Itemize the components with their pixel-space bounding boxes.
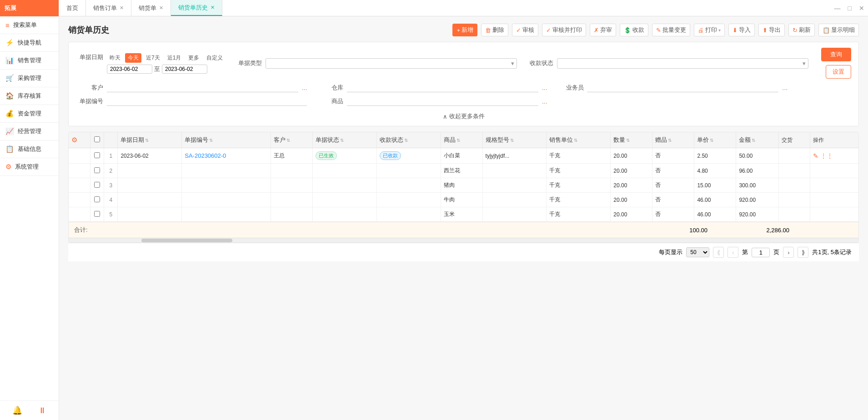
product-select-icon[interactable]: ... [542,98,547,105]
col-amount-header[interactable]: 金额 [736,132,778,148]
column-settings-icon[interactable]: ⚙ [71,136,77,144]
delete-button[interactable]: 🗑 删除 [481,24,508,36]
date-tab-1month[interactable]: 近1月 [165,53,184,63]
abandon-button[interactable]: ✗ 弃审 [590,24,616,36]
tab-sales-history[interactable]: 销货单历史 ✕ [171,0,222,16]
sidebar-item-inventory[interactable]: 🏠 库存核算 [0,87,59,105]
sidebar-item-operations[interactable]: 📈 经营管理 [0,123,59,140]
col-doc-date-header[interactable]: 单据日期 [118,132,182,148]
salesperson-input[interactable] [587,83,779,92]
unit-price-sort[interactable]: 单价 [697,136,733,144]
date-tab-7days[interactable]: 近7天 [143,53,163,63]
more-action-btn[interactable]: ⋮⋮ [820,152,833,160]
window-minimize-btn[interactable]: — [831,5,844,12]
row-checkbox[interactable] [94,167,100,173]
show-detail-button[interactable]: 📋 显示明细 [818,24,859,36]
batch-change-button[interactable]: ✎ 批量变更 [652,24,690,36]
col-product-header[interactable]: 商品 [441,132,482,148]
tab-sales-order-close[interactable]: ✕ [120,5,124,11]
col-spec-header[interactable]: 规格型号 [482,132,547,148]
collect-button[interactable]: 💲 收款 [620,24,648,36]
tab-sales-delivery-close[interactable]: ✕ [159,5,163,11]
page-number-input[interactable] [752,248,770,257]
sidebar-item-finance[interactable]: 💰 资金管理 [0,105,59,123]
sidebar-item-purchase-mgmt[interactable]: 🛒 采购管理 [0,70,59,87]
payment-status-select[interactable] [557,58,808,69]
notification-icon[interactable]: 🔔 [12,405,22,415]
col-customer-header[interactable]: 客户 [271,132,312,148]
date-tab-yesterday[interactable]: 昨天 [107,53,123,63]
query-button[interactable]: 查询 [821,48,851,61]
date-from-input[interactable] [107,65,152,74]
sidebar-item-search-menu[interactable]: ≡ 搜索菜单 [0,16,59,34]
col-gift-header[interactable]: 赠品 [652,132,694,148]
product-input[interactable] [347,97,538,106]
select-all-checkbox[interactable] [94,136,100,142]
col-sales-unit-header[interactable]: 销售单位 [547,132,611,148]
sidebar-item-sales-mgmt[interactable]: 📊 销售管理 [0,52,59,70]
doc-status-sort[interactable]: 单据状态 [316,136,374,144]
row-checkbox[interactable] [94,152,100,158]
new-button[interactable]: + 新增 [452,24,477,36]
page-last-btn[interactable]: ⟫ [798,247,808,258]
pagination: 每页显示 50 100 ⟪ ‹ 第 页 › ⟫ 共1页, 5条记录 [68,243,859,261]
per-page-select[interactable]: 50 100 [686,247,709,257]
gift-sort[interactable]: 赠品 [655,136,691,144]
refresh-button[interactable]: ↻ 刷新 [788,24,815,36]
doc-no-link[interactable]: SA-20230602-0 [185,152,226,159]
doc-type-select[interactable] [266,58,517,69]
col-payment-status-header[interactable]: 收款状态 [376,132,441,148]
page-prev-btn[interactable]: ‹ [728,247,738,258]
tab-sales-order[interactable]: 销售订单 ✕ [86,0,131,16]
warehouse-select-icon[interactable]: ... [542,84,547,91]
row-checkbox[interactable] [94,211,100,217]
row-checkbox[interactable] [94,182,100,188]
product-sort[interactable]: 商品 [444,136,480,144]
col-doc-status-header[interactable]: 单据状态 [312,132,376,148]
sidebar-item-basic-info[interactable]: 📋 基础信息 [0,140,59,158]
doc-no-sort[interactable]: 单据编号 [185,136,268,144]
edit-action-btn[interactable]: ✎ [813,152,818,160]
customer-sort[interactable]: 客户 [274,136,310,144]
customer-input[interactable] [107,83,298,92]
date-tab-today[interactable]: 今天 [125,53,141,63]
tab-sales-delivery[interactable]: 销货单 ✕ [131,0,171,16]
sales-unit-sort[interactable]: 销售单位 [549,136,607,144]
doc-date-sort[interactable]: 单据日期 [120,136,179,144]
pause-icon[interactable]: ⏸ [38,406,46,415]
page-content: 销货单历史 + 新增 🗑 删除 ✓ 审核 ✓ 审核并打印 [59,16,868,420]
sidebar-item-system-mgmt[interactable]: ⚙ 系统管理 [0,158,59,176]
amount-sort[interactable]: 金额 [739,136,775,144]
collapse-button[interactable]: ∧ 收起更多条件 [76,110,851,120]
col-unit-price-header[interactable]: 单价 [694,132,736,148]
col-qty-header[interactable]: 数量 [611,132,652,148]
qty-sort[interactable]: 数量 [613,136,649,144]
col-doc-no-header[interactable]: 单据编号 [182,132,271,148]
salesperson-select-icon[interactable]: ... [782,84,788,91]
horizontal-scrollbar[interactable] [69,238,858,242]
window-maximize-btn[interactable]: □ [844,5,855,12]
page-next-btn[interactable]: › [783,247,794,258]
page-first-btn[interactable]: ⟪ [713,247,724,258]
sidebar-item-quick-nav[interactable]: ⚡ 快捷导航 [0,34,59,52]
spec-sort[interactable]: 规格型号 [486,136,544,144]
date-tab-custom[interactable]: 自定义 [204,53,226,63]
col-settings-header[interactable]: ⚙ [69,132,90,148]
audit-button[interactable]: ✓ 审核 [512,24,538,36]
customer-select-icon[interactable]: ... [302,84,307,91]
warehouse-input[interactable] [347,83,538,92]
export-button[interactable]: ⬆ 导出 [758,24,785,36]
print-button[interactable]: 🖨 打印 ▾ [694,24,725,36]
window-close-btn[interactable]: ✕ [855,5,868,12]
settings-button[interactable]: 设置 [826,65,851,79]
date-to-input[interactable] [162,65,207,74]
audit-print-button[interactable]: ✓ 审核并打印 [542,24,586,36]
import-button[interactable]: ⬇ 导入 [728,24,755,36]
row-checkbox[interactable] [94,196,100,202]
payment-status-sort[interactable]: 收款状态 [380,136,438,144]
tab-sales-history-close[interactable]: ✕ [211,5,215,10]
tab-home[interactable]: 首页 [59,0,86,16]
date-tab-more[interactable]: 更多 [186,53,202,63]
scrollbar-thumb[interactable] [141,239,232,242]
doc-no-input[interactable] [107,97,307,106]
